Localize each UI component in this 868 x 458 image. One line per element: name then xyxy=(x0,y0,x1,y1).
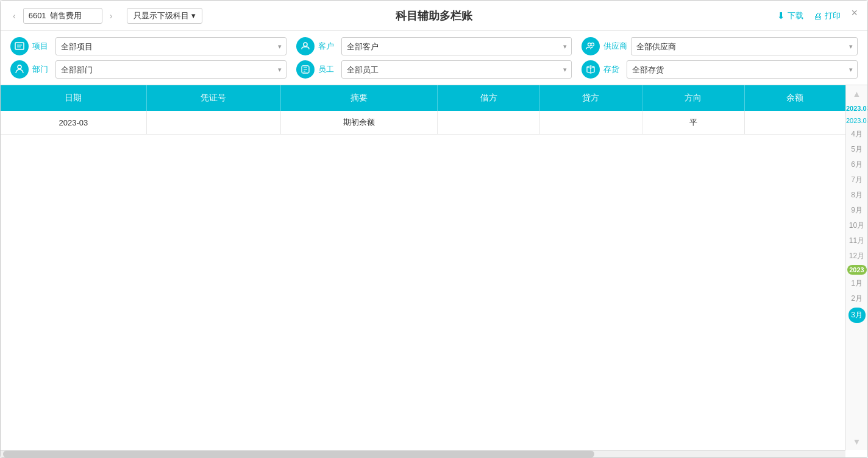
filter-inventory: 存货 全部存货 ▾ xyxy=(582,60,858,79)
timeline-selected-month-top[interactable]: 2023.03 xyxy=(846,114,867,127)
department-icon xyxy=(10,60,29,79)
supplier-label: 供应商 xyxy=(603,41,627,52)
side-timeline: ▲ 2023.03 2023.03 4月 5月 6月 7月 8月 9月 10月 … xyxy=(845,85,867,450)
timeline-month-11[interactable]: 11月 xyxy=(846,233,867,248)
employee-select[interactable]: 全部员工 xyxy=(341,60,572,79)
filter-employee: 员工 全部员工 ▾ xyxy=(296,60,572,79)
customer-icon xyxy=(296,37,315,55)
account-code-box: 6601 销售费用 xyxy=(23,8,102,24)
timeline-month-8[interactable]: 8月 xyxy=(846,188,867,203)
department-label: 部门 xyxy=(32,64,52,75)
customer-select[interactable]: 全部客户 xyxy=(341,37,572,55)
col-summary: 摘要 xyxy=(280,85,437,111)
table-row: 2023-03 期初余额 平 xyxy=(1,111,845,135)
timeline-month-7[interactable]: 7月 xyxy=(846,172,867,188)
inventory-select-wrapper: 全部存货 ▾ xyxy=(627,60,858,79)
inventory-select[interactable]: 全部存货 xyxy=(627,60,858,79)
cell-summary: 期初余额 xyxy=(280,111,437,135)
timeline-month-9[interactable]: 9月 xyxy=(846,203,867,218)
inventory-label: 存货 xyxy=(603,64,623,75)
download-label: 下载 xyxy=(788,10,803,21)
filter-department: 部门 全部部门 ▾ xyxy=(10,60,286,79)
show-sub-accounts-dropdown[interactable]: 只显示下级科目 ▾ xyxy=(127,8,202,24)
svg-rect-0 xyxy=(15,43,24,49)
timeline-month-4[interactable]: 4月 xyxy=(846,127,867,142)
prev-account-btn[interactable]: ‹ xyxy=(10,10,18,22)
timeline-month-2[interactable]: 2月 xyxy=(846,291,867,306)
customer-select-wrapper: 全部客户 ▾ xyxy=(341,37,572,55)
timeline-up-btn[interactable]: ▲ xyxy=(846,85,867,102)
filter-project: 项目 全部项目 ▾ xyxy=(10,37,286,55)
table-body: 2023-03 期初余额 平 xyxy=(1,111,845,135)
download-button[interactable]: ⬇ 下载 xyxy=(777,10,803,21)
page-title: 科目辅助多栏账 xyxy=(396,9,472,23)
close-button[interactable]: × xyxy=(851,7,858,19)
svg-point-5 xyxy=(591,43,594,46)
show-sub-accounts-label: 只显示下级科目 xyxy=(133,10,189,21)
svg-point-6 xyxy=(18,65,21,69)
print-icon: 🖨 xyxy=(813,10,822,21)
title-bar: ‹ 6601 销售费用 › 只显示下级科目 ▾ 科目辅助多栏账 ⬇ 下载 🖨 打… xyxy=(1,1,867,31)
customer-label: 客户 xyxy=(318,41,338,52)
cell-voucher xyxy=(146,111,280,135)
department-select-wrapper: 全部部门 ▾ xyxy=(55,60,286,79)
dropdown-arrow-icon: ▾ xyxy=(191,11,196,20)
employee-label: 员工 xyxy=(318,64,338,75)
cell-debit xyxy=(438,111,540,135)
svg-point-4 xyxy=(588,43,591,46)
project-icon xyxy=(10,37,29,55)
print-button[interactable]: 🖨 打印 xyxy=(813,10,841,21)
svg-point-3 xyxy=(304,43,307,46)
filter-bar: 项目 全部项目 ▾ 客户 全部客户 ▾ xyxy=(1,31,867,85)
project-select-wrapper: 全部项目 ▾ xyxy=(55,37,286,55)
timeline-month-12[interactable]: 12月 xyxy=(846,248,867,264)
timeline-month-1[interactable]: 1月 xyxy=(846,276,867,291)
main-window: ‹ 6601 销售费用 › 只显示下级科目 ▾ 科目辅助多栏账 ⬇ 下载 🖨 打… xyxy=(0,0,868,458)
col-direction: 方向 xyxy=(642,85,744,111)
cell-date: 2023-03 xyxy=(1,111,146,135)
col-balance: 余额 xyxy=(744,85,845,111)
scrollbar-thumb[interactable] xyxy=(3,451,594,457)
inventory-icon xyxy=(582,60,600,79)
project-label: 项目 xyxy=(32,41,52,52)
supplier-icon xyxy=(582,37,600,55)
supplier-select-wrapper: 全部供应商 ▾ xyxy=(631,37,858,55)
timeline-down-btn[interactable]: ▼ xyxy=(846,433,867,450)
timeline-month-6[interactable]: 6月 xyxy=(846,157,867,172)
cell-direction: 平 xyxy=(642,111,744,135)
col-debit: 借方 xyxy=(438,85,540,111)
cell-credit xyxy=(539,111,642,135)
next-account-btn[interactable]: › xyxy=(107,10,115,22)
timeline-year-badge[interactable]: 2023 xyxy=(847,265,867,275)
col-date: 日期 xyxy=(1,85,146,111)
employee-select-wrapper: 全部员工 ▾ xyxy=(341,60,572,79)
ledger-table: 日期 凭证号 摘要 借方 贷方 方向 余额 2023-03 期初余额 xyxy=(1,85,845,135)
account-name: 销售费用 xyxy=(50,10,82,21)
title-left: ‹ 6601 销售费用 › 只显示下级科目 ▾ xyxy=(10,8,202,24)
employee-icon xyxy=(296,60,315,79)
timeline-month-5[interactable]: 5月 xyxy=(846,142,867,157)
timeline-month-10[interactable]: 10月 xyxy=(846,218,867,233)
print-label: 打印 xyxy=(825,10,841,21)
scrollbar-container[interactable] xyxy=(1,450,845,457)
project-select[interactable]: 全部项目 xyxy=(55,37,286,55)
department-select[interactable]: 全部部门 xyxy=(55,60,286,79)
col-credit: 贷方 xyxy=(539,85,642,111)
filter-supplier: 供应商 全部供应商 ▾ xyxy=(582,37,858,55)
timeline-month-3-selected[interactable]: 3月 xyxy=(848,308,866,323)
account-code: 6601 xyxy=(29,11,46,20)
filter-customer: 客户 全部客户 ▾ xyxy=(296,37,572,55)
col-voucher: 凭证号 xyxy=(146,85,280,111)
cell-balance xyxy=(744,111,845,135)
supplier-select[interactable]: 全部供应商 xyxy=(631,37,858,55)
table-header-row: 日期 凭证号 摘要 借方 贷方 方向 余额 xyxy=(1,85,845,111)
table-container: 日期 凭证号 摘要 借方 贷方 方向 余额 2023-03 期初余额 xyxy=(1,85,867,450)
download-icon: ⬇ xyxy=(777,10,785,21)
timeline-selected-year-top[interactable]: 2023.03 xyxy=(846,102,867,114)
title-right: ⬇ 下载 🖨 打印 xyxy=(777,10,858,21)
